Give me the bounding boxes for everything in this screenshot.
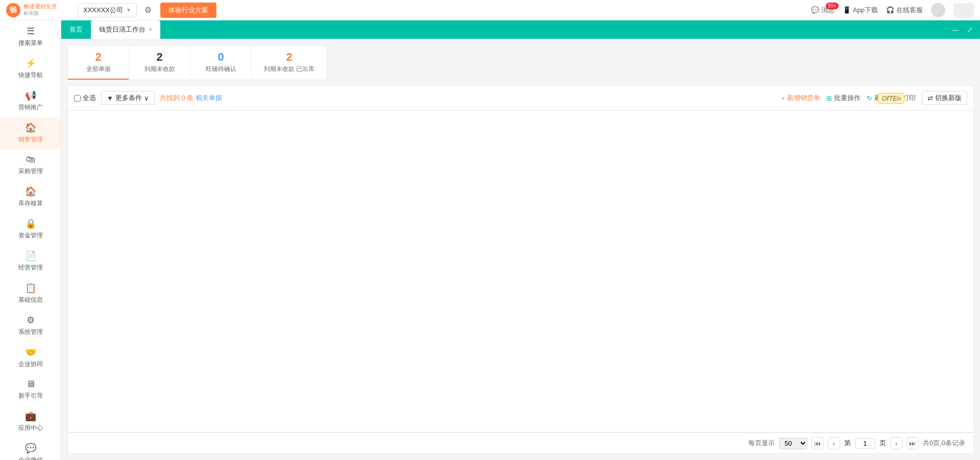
tab-current-label: 钱货日清工作台 [99,25,145,34]
sales-icon: 🏠 [25,122,36,133]
select-all-checkbox-area[interactable]: 全选 [74,93,96,103]
tab-actions: — ⤢ [949,23,980,36]
online-service-button[interactable]: 🎧 在线客服 [886,6,923,15]
stat-tab-overdue[interactable]: 2 到期未收款 [129,45,190,80]
basic-info-icon: 📋 [25,282,36,294]
filter-label: 更多条件 [115,93,142,103]
stat-wangwang-label: 旺辅待确认 [206,65,236,74]
inventory-icon: 🏠 [25,186,36,197]
new-sale-button[interactable]: + 新增销货单 [781,93,820,103]
purchase-icon: 🛍 [26,154,35,165]
toolbar: 全选 ▼ 更多条件 ∨ 共找到 0 条 相关单据 + 新增销货单 [67,85,974,110]
wechat-icon: 💬 [25,443,36,454]
toolbar-right: + 新增销货单 ⊞ 批量操作 ↻ 刷新 🖨 打印 [781,91,967,105]
logo-icon: 畅 [6,3,20,17]
sidebar-item-guide[interactable]: 🖥 新手引导 [0,374,61,405]
total-info: 共0页,0条记录 [923,439,965,448]
batch-label: 批量操作 [834,93,861,103]
sidebar-item-label: 应用中心 [18,424,43,432]
tab-bar: 首页 钱货日清工作台 × — ⤢ [61,20,980,39]
sidebar-item-label: 企业协同 [18,360,43,369]
sidebar-item-search-menu[interactable]: ☰ 搜索菜单 [0,20,61,53]
logo-sub: 标准版 [23,10,57,17]
often-badge: OfTEn [878,93,904,104]
select-all-label: 全选 [83,93,96,103]
page-label: 第 [844,439,851,448]
sidebar-item-label: 库存核算 [18,199,43,208]
operations-icon: 📄 [25,250,36,261]
select-all-checkbox[interactable] [74,95,81,102]
sidebar-item-sales[interactable]: 🏠 销售管理 [0,117,61,149]
last-page-button[interactable]: ⏭ [906,437,919,449]
app-center-icon: 💼 [25,410,36,422]
avatar[interactable] [931,3,945,17]
sidebar-item-finance[interactable]: 🔒 资金管理 [0,213,61,245]
logo-text: 畅捷通好生意 [23,3,57,10]
company-selector[interactable]: XXXXXX公司 ▼ [78,3,137,17]
phone-icon: 📱 [843,6,851,14]
sidebar-item-enterprise[interactable]: 🤝 企业协同 [0,342,61,374]
chevron-down-icon: ▼ [126,7,131,13]
top-bar: 畅 畅捷通好生意 标准版 XXXXXX公司 ▼ ⚙ 体验行业方案 💬 消息 99… [0,0,980,20]
user-name-area[interactable] [953,3,974,17]
sidebar-item-system[interactable]: ⚙ 系统管理 [0,309,61,342]
sidebar-item-label: 企业微信 [18,456,43,460]
sidebar-item-label: 系统管理 [18,328,43,336]
stat-tab-overdue-out[interactable]: 2 到期未收款 已出库 [252,45,327,80]
sidebar-item-label: 快捷导航 [18,71,43,80]
next-page-button[interactable]: › [890,437,902,449]
app-download-button[interactable]: 📱 App下载 [843,6,878,15]
batch-op-button[interactable]: ⊞ 批量操作 [826,93,861,103]
sidebar-item-app-center[interactable]: 💼 应用中心 [0,405,61,438]
found-text: 共找到 0 条 相关单据 [160,93,222,103]
stat-tab-wangwang[interactable]: 0 旺辅待确认 [190,45,252,80]
sidebar-item-label: 基础信息 [18,296,43,304]
batch-icon: ⊞ [826,94,832,102]
app-download-label: App下载 [853,6,878,15]
sidebar-item-label: 搜索菜单 [18,39,43,47]
sidebar-item-wechat[interactable]: 💬 企业微信 [0,438,61,460]
table-area [67,110,974,432]
tab-current[interactable]: 钱货日清工作台 × [91,20,160,39]
tab-home[interactable]: 首页 [61,20,91,39]
tab-minimize-icon[interactable]: — [949,23,962,36]
sidebar-item-label: 销售管理 [18,135,43,144]
message-badge: 99+ [826,3,839,9]
sidebar-item-operations[interactable]: 📄 经营管理 [0,245,61,277]
sidebar-item-label: 营销推广 [18,103,43,112]
sidebar: ☰ 搜索菜单 ⚡ 快捷导航 📢 营销推广 🏠 销售管理 🛍 采购管理 🏠 库存核… [0,20,61,460]
headset-icon: 🎧 [886,6,894,14]
filter-button[interactable]: ▼ 更多条件 ∨ [101,91,155,105]
page-unit: 页 [879,439,886,448]
tab-expand-icon[interactable]: ⤢ [964,23,976,36]
page-input[interactable] [855,438,875,449]
message-icon: 💬 [811,6,819,14]
found-unit: 条 [187,94,193,102]
stat-overdue-label: 到期未收款 [144,65,175,74]
found-count: 0 [182,94,185,102]
switch-version-button[interactable]: ⇄ 切换新版 [922,91,967,105]
sidebar-item-inventory[interactable]: 🏠 库存核算 [0,181,61,213]
first-page-button[interactable]: ⏮ [812,437,824,449]
online-service-label: 在线客服 [896,6,923,15]
sidebar-item-quick-nav[interactable]: ⚡ 快捷导航 [0,53,61,85]
finance-icon: 🔒 [25,218,36,229]
trial-button[interactable]: 体验行业方案 [160,3,216,18]
sidebar-item-basic-info[interactable]: 📋 基础信息 [0,277,61,309]
logo-area: 畅 畅捷通好生意 标准版 [6,3,67,17]
prev-page-button[interactable]: ‹ [828,437,840,449]
main-layout: ☰ 搜索菜单 ⚡ 快捷导航 📢 营销推广 🏠 销售管理 🛍 采购管理 🏠 库存核… [0,20,980,460]
content-area: 首页 钱货日清工作台 × — ⤢ 2 全部单据 2 到期未收款 [61,20,980,460]
sidebar-item-purchase[interactable]: 🛍 采购管理 [0,149,61,181]
settings-icon[interactable]: ⚙ [141,3,155,17]
per-page-select[interactable]: 50 100 200 [779,438,807,449]
tab-close-icon[interactable]: × [149,26,152,33]
sidebar-item-marketing[interactable]: 📢 营销推广 [0,85,61,117]
empty-area [68,111,973,432]
message-button[interactable]: 💬 消息 99+ [811,6,835,15]
top-right-area: 💬 消息 99+ 📱 App下载 🎧 在线客服 [811,3,974,17]
found-link[interactable]: 相关单据 [195,94,222,102]
stat-tab-all[interactable]: 2 全部单据 [68,45,129,80]
sidebar-item-label: 新手引导 [18,392,43,400]
found-prefix: 共找到 [160,94,180,102]
